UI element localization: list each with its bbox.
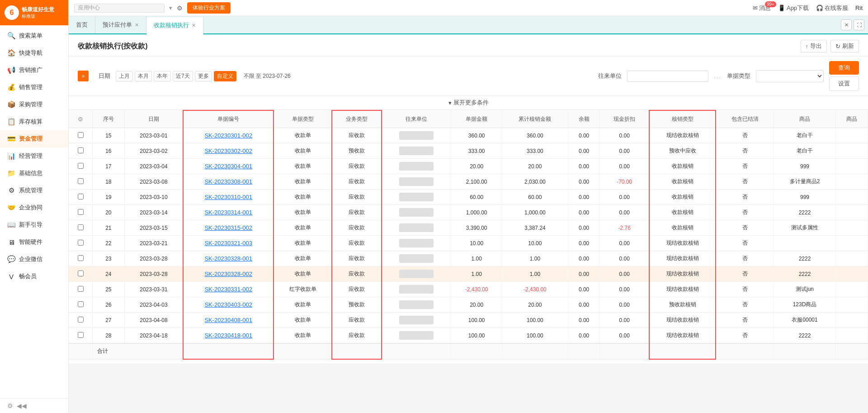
bill-no-link[interactable]: SK-20230314-001 [204, 209, 252, 216]
td-checkbox[interactable] [69, 313, 93, 328]
sidebar-item-inventory[interactable]: 📋库存核算 [0, 113, 68, 130]
row-checkbox[interactable] [78, 224, 84, 230]
th-settings[interactable]: ⚙ [69, 110, 93, 128]
td-checkbox[interactable] [69, 128, 93, 143]
custom-date-button[interactable]: 自定义 [214, 71, 236, 81]
sidebar-item-shortcut[interactable]: 🏠快捷导航 [0, 44, 68, 62]
collapse-icon[interactable]: ◀◀ [17, 402, 27, 409]
row-checkbox[interactable] [78, 209, 84, 215]
this-year-button[interactable]: 本年 [154, 71, 171, 81]
messages-button[interactable]: ✉ 消息 99+ [753, 4, 771, 12]
td-checkbox[interactable] [69, 143, 93, 159]
td-checkbox[interactable] [69, 251, 93, 266]
table-scrollbar[interactable] [69, 360, 868, 363]
td-date: 2023-03-28 [124, 251, 183, 266]
receipt-type-select[interactable] [756, 70, 824, 82]
row-checkbox[interactable] [78, 317, 84, 323]
row-checkbox[interactable] [78, 132, 84, 138]
td-checkbox[interactable] [69, 220, 93, 236]
sidebar-item-member[interactable]: V畅会员 [0, 268, 68, 285]
table-settings-icon[interactable]: ⚙ [78, 116, 83, 123]
tab-prepay[interactable]: 预计应付单 ✕ [95, 16, 146, 33]
this-month-button[interactable]: 本月 [135, 71, 152, 81]
bill-no-link[interactable]: SK-20230301-002 [204, 132, 252, 139]
td-checkbox[interactable] [69, 236, 93, 251]
bill-no-link[interactable]: SK-20230328-001 [204, 255, 252, 262]
export-button[interactable]: ↑ 导出 [801, 40, 827, 52]
tab-collection[interactable]: 收款核销执行 ✕ [146, 17, 203, 34]
sidebar-item-wechat[interactable]: 💬企业微信 [0, 251, 68, 268]
row-checkbox[interactable] [78, 286, 84, 292]
sidebar-item-label-member: 畅会员 [19, 272, 37, 280]
page-header: 收款核销执行(按收款) ↑ 导出 ↻ 刷新 [69, 34, 868, 57]
bill-no-link[interactable]: SK-20230331-002 [204, 286, 252, 293]
table-header-row: ⚙ 序号 日期 单据编号 单据类型 业务类型 往来单位 单据金额 累计核销金额 … [69, 110, 868, 128]
settings-topbar-icon[interactable]: ⚙ [177, 5, 183, 12]
bill-no-link[interactable]: SK-20230403-002 [204, 301, 252, 308]
sidebar-item-operation[interactable]: 📊经营管理 [0, 147, 68, 165]
sidebar-item-basic[interactable]: 📁基础信息 [0, 165, 68, 182]
row-checkbox[interactable] [78, 178, 84, 184]
refresh-button[interactable]: ↻ 刷新 [830, 40, 859, 52]
td-checkbox[interactable] [69, 190, 93, 205]
user-name[interactable]: Rit [855, 5, 863, 11]
row-checkbox[interactable] [78, 163, 84, 169]
bill-no-link[interactable]: SK-20230310-001 [204, 194, 252, 200]
url-dropdown-icon[interactable]: ▾ [169, 5, 172, 11]
bill-no-link[interactable]: SK-20230315-002 [204, 224, 252, 231]
filter-expand-button[interactable]: » [78, 71, 89, 81]
tab-prepay-close[interactable]: ✕ [135, 22, 139, 28]
sidebar-item-system[interactable]: ⚙系统管理 [0, 182, 68, 199]
row-checkbox[interactable] [78, 332, 84, 338]
td-bill-type: 收款单 [274, 159, 332, 174]
last-month-button[interactable]: 上月 [116, 71, 133, 81]
settings-filter-button[interactable]: 设置 [829, 76, 859, 91]
row-checkbox[interactable] [78, 255, 84, 261]
row-checkbox[interactable] [78, 147, 84, 153]
sidebar-item-marketing[interactable]: 📢营销推广 [0, 62, 68, 79]
td-checkbox[interactable] [69, 328, 93, 344]
query-button[interactable]: 查询 [829, 61, 859, 75]
bill-no-link[interactable]: SK-20230321-003 [204, 240, 252, 247]
td-checkbox[interactable] [69, 297, 93, 313]
bill-no-link[interactable]: SK-20230418-001 [204, 332, 252, 339]
tab-expand-button[interactable]: ⛶ [854, 19, 864, 30]
tab-home[interactable]: 首页 [69, 16, 95, 33]
sidebar-item-purchase[interactable]: 📦采购管理 [0, 96, 68, 113]
expand-more-button[interactable]: ▾ 展开更多条件 [448, 99, 489, 107]
row-checkbox[interactable] [78, 301, 84, 307]
td-seq: 17 [93, 159, 125, 174]
solution-button[interactable]: 体验行业方案 [187, 2, 231, 14]
app-download-button[interactable]: 📱 App下载 [778, 4, 809, 12]
td-checkbox[interactable] [69, 174, 93, 190]
sidebar-item-guide[interactable]: 📖新手引导 [0, 216, 68, 233]
bill-no-link[interactable]: SK-20230408-001 [204, 317, 252, 323]
settings-bottom-icon[interactable]: ⚙ [7, 402, 13, 409]
filter-row: » 日期 上月 本月 本年 近7天 更多 自定义 不限 至 2023-07-26… [78, 61, 859, 91]
last-7days-button[interactable]: 近7天 [173, 71, 193, 81]
tab-close-all-button[interactable]: ✕ [841, 19, 852, 30]
sidebar-item-hardware[interactable]: 🖥智能硬件 [0, 233, 68, 251]
sidebar-item-search[interactable]: 🔍搜索菜单 [0, 27, 68, 44]
row-checkbox[interactable] [78, 194, 84, 199]
sidebar-item-enterprise[interactable]: 🤝企业协同 [0, 199, 68, 216]
partner-input[interactable] [627, 71, 708, 82]
td-bill-amount: 360.00 [451, 128, 502, 143]
bill-no-link[interactable]: SK-20230302-002 [204, 147, 252, 154]
bill-no-link[interactable]: SK-20230328-002 [204, 271, 252, 277]
td-checkbox[interactable] [69, 282, 93, 297]
mobile-icon: 📱 [778, 5, 785, 11]
service-button[interactable]: 🎧 在线客服 [816, 4, 848, 12]
td-checkbox[interactable] [69, 159, 93, 174]
row-checkbox[interactable] [78, 240, 84, 246]
row-checkbox[interactable] [78, 271, 84, 276]
url-input[interactable] [74, 4, 165, 13]
tab-collection-close[interactable]: ✕ [192, 23, 196, 28]
bill-no-link[interactable]: SK-20230308-001 [204, 178, 252, 185]
sidebar-item-sales[interactable]: 💰销售管理 [0, 79, 68, 96]
sidebar-item-finance[interactable]: 💳资金管理 [0, 130, 68, 147]
td-checkbox[interactable] [69, 205, 93, 220]
more-date-button[interactable]: 更多 [195, 71, 212, 81]
td-checkbox[interactable] [69, 266, 93, 282]
bill-no-link[interactable]: SK-20230304-001 [204, 163, 252, 170]
